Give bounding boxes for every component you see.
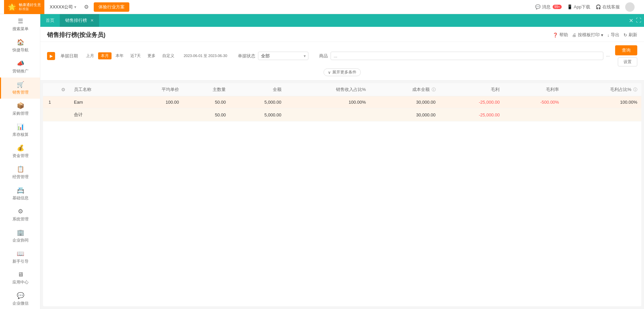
sidebar-item-quick-nav[interactable]: 🏠 快捷导航 (0, 35, 40, 56)
message-icon: 💬 (535, 4, 541, 9)
export-btn[interactable]: ↓ 导出 (607, 32, 620, 38)
date-tab-more[interactable]: 更多 (145, 52, 158, 59)
wechat-icon: 💬 (17, 292, 24, 299)
footer-cost-amount: 30,000.00 (370, 108, 439, 121)
date-tab-prev-month[interactable]: 上月 (83, 52, 97, 59)
tab-home-label: 首页 (46, 17, 54, 23)
goods-input[interactable] (331, 52, 603, 60)
sidebar-item-label: 经营管理 (12, 174, 29, 180)
sidebar-item-finance[interactable]: 💰 资金管理 (0, 141, 40, 162)
sidebar-item-appstore[interactable]: 🖥 应用中心 (0, 268, 40, 289)
guide-icon: 📖 (17, 250, 24, 257)
query-button[interactable]: 查询 (615, 45, 637, 55)
trial-button[interactable]: 体验行业方案 (94, 2, 129, 12)
headset-icon: 🎧 (596, 4, 601, 9)
help-icon: ❓ (553, 33, 558, 38)
sidebar-item-label: 营销推广 (12, 68, 29, 74)
footer-empty2 (56, 108, 70, 121)
sidebar-item-purchase[interactable]: 📦 采购管理 (0, 99, 40, 120)
online-service-btn[interactable]: 🎧 在线客服 (596, 4, 620, 10)
sidebar-item-basics[interactable]: 📇 基础信息 (0, 183, 40, 204)
cell-amount: 5,000.00 (230, 96, 285, 108)
app-download-btn[interactable]: 📱 App下载 (567, 4, 590, 10)
content-area: 首页 销售排行榜 ✕ ✕ ⛶ 销售排行榜(按业务员) ❓ 帮助 (40, 14, 644, 309)
online-service-label: 在线客服 (602, 4, 620, 10)
message-btn[interactable]: 💬 消息 99+ (535, 4, 562, 10)
gross-ratio-help-icon[interactable]: ⓘ (633, 87, 637, 92)
date-tab-7days[interactable]: 近7天 (128, 52, 143, 59)
settings-icon-btn[interactable]: ⚙ (82, 2, 91, 12)
col-settings[interactable]: ⚙ (56, 83, 70, 96)
expand-conditions-btn[interactable]: ∨ 展开更多条件 (324, 68, 361, 76)
sidebar: ☰ 搜索菜单 🏠 快捷导航 📣 营销推广 🛒 销售管理 📦 采购管理 📊 库存核… (0, 14, 40, 309)
footer-sales-ratio (286, 108, 370, 121)
top-header: 🌟 畅康通好生意 标准版 XXXXX公司 ▾ ⚙ 体验行业方案 💬 消息 99+… (0, 0, 644, 14)
footer-gross-profit: -25,000.00 (440, 108, 504, 121)
status-filter: 单据状态 全部 已审核 未审核 (238, 52, 308, 60)
appstore-icon: 🖥 (17, 271, 24, 278)
status-select[interactable]: 全部 已审核 未审核 (258, 52, 308, 60)
sidebar-item-wechat[interactable]: 💬 企业微信 (0, 289, 40, 309)
sidebar-item-sales[interactable]: 🛒 销售管理 (0, 78, 40, 99)
purchase-icon: 📦 (17, 102, 24, 109)
tab-expand-icon[interactable]: ⛶ (636, 17, 641, 23)
cell-avg-price: 100.00 (126, 96, 183, 108)
filter-collapse-icon: ▶ (50, 54, 53, 58)
sidebar-item-marketing[interactable]: 📣 营销推广 (0, 56, 40, 78)
operations-icon: 📋 (17, 165, 24, 173)
col-gross-margin: 毛利率 (504, 83, 563, 96)
date-tab-current-year[interactable]: 本年 (113, 52, 126, 59)
sidebar-item-label: 基础信息 (12, 195, 29, 201)
print-template-btn[interactable]: 🖨 按模板打印 ▾ (572, 32, 603, 38)
table-container: ⚙ 员工名称 平均单价 主数量 (43, 83, 641, 306)
filter-expand-row: ∨ 展开更多条件 (47, 66, 637, 77)
tab-close-icon[interactable]: ✕ (90, 18, 94, 23)
main-layout: ☰ 搜索菜单 🏠 快捷导航 📣 营销推广 🛒 销售管理 📦 采购管理 📊 库存核… (0, 14, 644, 309)
col-employee-name: 员工名称 (70, 83, 126, 96)
top-right-area: 💬 消息 99+ 📱 App下载 🎧 在线客服 (535, 2, 640, 12)
sidebar-item-system[interactable]: ⚙ 系统管理 (0, 204, 40, 225)
basics-icon: 📇 (17, 187, 24, 194)
app-logo: 🌟 畅康通好生意 标准版 (4, 0, 44, 14)
logo-icon: 🌟 (8, 3, 16, 11)
sidebar-item-enterprise[interactable]: 🏢 企业协同 (0, 225, 40, 247)
avatar[interactable] (625, 2, 635, 12)
table-row: 1 Eam 100.00 50.00 (43, 96, 641, 108)
date-tab-current-month[interactable]: 本月 (98, 52, 112, 59)
refresh-label: 刷新 (629, 32, 637, 38)
sidebar-item-label: 系统管理 (12, 216, 29, 222)
sidebar-item-operations[interactable]: 📋 经营管理 (0, 162, 40, 183)
cell-settings (56, 96, 70, 108)
date-tab-custom[interactable]: 自定义 (160, 52, 177, 59)
filter-collapse-btn[interactable]: ▶ (47, 52, 55, 60)
print-dropdown-icon: ▾ (601, 33, 603, 38)
tab-bar-right: ✕ ⛶ (629, 17, 644, 24)
finance-icon: 💰 (17, 144, 24, 152)
page-header: 销售排行榜(按业务员) ❓ 帮助 🖨 按模板打印 ▾ ↓ 导出 (40, 27, 644, 42)
print-template-label: 按模板打印 (578, 32, 600, 38)
cell-cost-amount: 30,000.00 (370, 96, 439, 108)
page-header-actions: ❓ 帮助 🖨 按模板打印 ▾ ↓ 导出 ↻ 刷新 (553, 32, 638, 38)
help-btn[interactable]: ❓ 帮助 (553, 32, 568, 38)
tab-bar: 首页 销售排行榜 ✕ ✕ ⛶ (40, 14, 644, 27)
settings-button[interactable]: 设置 (618, 57, 637, 66)
sidebar-item-inventory[interactable]: 📊 库存核算 (0, 120, 40, 141)
col-gross-profit: 毛利 (440, 83, 504, 96)
tab-close-all-icon[interactable]: ✕ (629, 17, 633, 24)
app-download-label: App下载 (574, 4, 590, 10)
refresh-btn[interactable]: ↻ 刷新 (624, 32, 637, 38)
cost-help-icon[interactable]: ⓘ (432, 87, 436, 92)
tab-home[interactable]: 首页 (40, 14, 60, 27)
tab-sales-ranking[interactable]: 销售排行榜 ✕ (60, 14, 99, 27)
goods-more-icon[interactable]: ··· (606, 53, 610, 58)
table-settings-icon[interactable]: ⚙ (61, 87, 66, 92)
company-selector[interactable]: XXXXX公司 ▾ (47, 3, 79, 11)
cell-quantity: 50.00 (183, 96, 230, 108)
col-quantity: 主数量 (183, 83, 230, 96)
inventory-icon: 📊 (17, 123, 24, 131)
sidebar-item-guide[interactable]: 📖 新手引导 (0, 247, 40, 268)
search-icon: ☰ (18, 17, 23, 25)
tab-sales-ranking-label: 销售排行榜 (65, 17, 87, 23)
sidebar-item-search[interactable]: ☰ 搜索菜单 (0, 14, 40, 35)
cell-gross-margin: -500.00% (504, 96, 563, 108)
